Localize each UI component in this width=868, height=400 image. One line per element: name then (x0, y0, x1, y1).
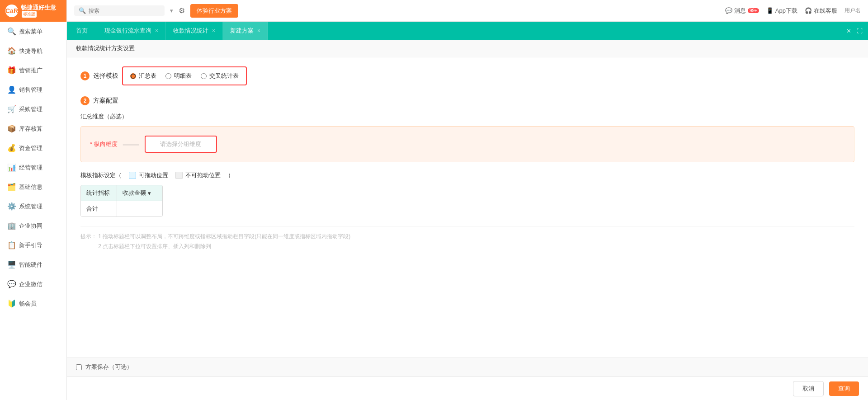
sidebar-item-label: 企业协同 (19, 222, 42, 230)
sidebar-item-operation[interactable]: 📊 经营管理 (0, 158, 66, 177)
sidebar-item-label: 销售管理 (19, 86, 42, 94)
search-icon: 🔍 (7, 27, 15, 36)
tabbar: 首页 现金银行流水查询 × 收款情况统计 × 新建方案 × ✕ ⛶ (67, 22, 868, 40)
radio-detail[interactable] (165, 73, 171, 79)
dimension-title: 汇总维度（必选） (80, 113, 854, 121)
tab-new-plan[interactable]: 新建方案 × (223, 22, 268, 40)
service-item[interactable]: 🎧 在线客服 (805, 7, 837, 15)
template-options-box: 汇总表 明细表 交叉统计表 (122, 66, 247, 85)
app-name: 畅捷通好生意 (21, 4, 56, 11)
step2-header: 2 方案配置 (80, 96, 854, 105)
page-title: 收款情况统计方案设置 (76, 45, 135, 52)
sidebar-item-marketing[interactable]: 🎁 营销推广 (0, 61, 66, 80)
sidebar-item-hardware[interactable]: 🖥️ 智能硬件 (0, 255, 66, 274)
search-icon: 🔍 (79, 7, 86, 14)
box-icon: 📦 (7, 124, 15, 133)
metrics-table-row-data: 合计 (81, 201, 162, 216)
option-cross[interactable]: 交叉统计表 (201, 72, 239, 80)
draggable-label: 可拖动位置 (139, 171, 168, 179)
option-summary[interactable]: 汇总表 (130, 72, 156, 80)
tab-home-label: 首页 (76, 27, 88, 35)
sidebar-item-inventory[interactable]: 📦 库存核算 (0, 119, 66, 138)
service-label: 在线客服 (814, 7, 837, 15)
draggable-box (129, 172, 136, 179)
non-draggable-label: 不可拖动位置 (185, 171, 221, 179)
user-label: 用户名 (844, 7, 861, 14)
sidebar-item-label: 企业微信 (19, 280, 42, 288)
tab-bank-flow[interactable]: 现金银行流水查询 × (97, 22, 166, 40)
tab-receipt-stats[interactable]: 收款情况统计 × (166, 22, 223, 40)
member-icon: 🔰 (7, 299, 15, 308)
notification-item[interactable]: 💬 消息 99+ (725, 7, 759, 15)
cancel-button[interactable]: 取消 (793, 381, 824, 396)
sidebar-item-label: 库存核算 (19, 125, 42, 133)
search-bar[interactable]: 🔍 (74, 5, 165, 16)
tab-receipt-stats-close[interactable]: × (212, 28, 215, 34)
sidebar-item-wechat[interactable]: 💬 企业微信 (0, 274, 66, 294)
tab-bank-flow-close[interactable]: × (155, 28, 158, 34)
sidebar-item-quick-nav[interactable]: 🏠 快捷导航 (0, 41, 66, 61)
sidebar-item-finance[interactable]: 💰 资金管理 (0, 138, 66, 158)
sidebar-item-member[interactable]: 🔰 畅会员 (0, 294, 66, 313)
dimension-arrow: —— (123, 140, 139, 149)
save-checkbox[interactable] (76, 364, 82, 370)
col-dropdown-icon[interactable]: ▾ (148, 190, 151, 197)
option-detail[interactable]: 明细表 (165, 72, 192, 80)
service-icon: 🎧 (805, 7, 812, 14)
footer-bar: 取消 查询 (67, 376, 868, 400)
sidebar-item-label: 基础信息 (19, 183, 42, 191)
content-area: 收款情况统计方案设置 1 选择模板 汇总表 明细表 (67, 40, 868, 376)
chart-icon: 📊 (7, 163, 15, 172)
page-header: 收款情况统计方案设置 (67, 40, 868, 57)
non-draggable-box (175, 172, 183, 179)
dimension-row: 纵向维度 —— 请选择分组维度 (90, 136, 845, 153)
tab-home[interactable]: 首页 (67, 22, 97, 40)
gear-icon[interactable]: ⚙ (179, 6, 185, 15)
message-icon: 💬 (725, 7, 732, 14)
stats-header-cell: 统计指标 (81, 185, 117, 201)
sidebar-item-label: 新手引导 (19, 241, 42, 249)
folder-icon: 🗂️ (7, 183, 15, 191)
radio-cross[interactable] (201, 73, 207, 79)
building-icon: 🏢 (7, 221, 15, 230)
hint-1: 提示： 1.拖动标题栏可以调整布局，不可跨维度或指标区域拖动栏目字段(只能在同一… (80, 232, 854, 242)
hardware-icon: 🖥️ (7, 260, 15, 269)
sidebar-item-label: 快捷导航 (19, 47, 42, 55)
radio-summary[interactable] (130, 73, 136, 79)
query-button[interactable]: 查询 (829, 381, 859, 396)
sidebar-item-purchase[interactable]: 🛒 采购管理 (0, 99, 66, 119)
sidebar-logo: CaR 畅捷通好生意 标准版 (0, 0, 66, 22)
dimension-selector[interactable]: 请选择分组维度 (145, 136, 217, 153)
sidebar-item-label: 资金管理 (19, 144, 42, 152)
tabbar-expand-icon[interactable]: ⛶ (857, 28, 863, 34)
app-badge: 标准版 (22, 11, 37, 18)
topbar: 🔍 ▾ ⚙ 体验行业方案 💬 消息 99+ 📱 App下载 🎧 在线客服 用户名 (67, 0, 868, 22)
dimension-config: 汇总维度（必选） 纵向维度 —— 请选择分组维度 (80, 113, 854, 162)
col-header-cell[interactable]: 收款金额 ▾ (117, 185, 162, 201)
data-cell (117, 201, 162, 216)
row-label-cell: 合计 (81, 201, 117, 216)
industry-btn[interactable]: 体验行业方案 (190, 4, 238, 18)
download-item[interactable]: 📱 App下载 (766, 7, 797, 15)
sidebar-nav: 🔍 搜索菜单 🏠 快捷导航 🎁 营销推广 👤 销售管理 🛒 采购管理 📦 库存核… (0, 22, 66, 400)
tabbar-close-icon[interactable]: ✕ (846, 28, 851, 34)
sidebar-item-sales[interactable]: 👤 销售管理 (0, 80, 66, 99)
cart-icon: 🛒 (7, 105, 15, 113)
sidebar-item-search[interactable]: 🔍 搜索菜单 (0, 22, 66, 41)
sidebar-item-label: 营销推广 (19, 66, 42, 75)
sidebar-item-enterprise[interactable]: 🏢 企业协同 (0, 216, 66, 235)
save-option: 方案保存（可选） (67, 357, 868, 376)
sidebar-item-basic[interactable]: 🗂️ 基础信息 (0, 177, 66, 197)
topbar-right: 💬 消息 99+ 📱 App下载 🎧 在线客服 用户名 (725, 7, 861, 15)
sidebar-item-guide[interactable]: 📋 新手引导 (0, 235, 66, 255)
tab-new-plan-close[interactable]: × (257, 28, 260, 34)
search-input[interactable] (89, 8, 152, 14)
hint-section: 提示： 1.拖动标题栏可以调整布局，不可跨维度或指标区域拖动栏目字段(只能在同一… (80, 226, 854, 257)
save-label: 方案保存（可选） (85, 363, 132, 371)
option-cross-label: 交叉统计表 (209, 72, 239, 80)
search-dropdown-icon[interactable]: ▾ (170, 7, 173, 14)
draggable-legend: 可拖动位置 (129, 171, 168, 179)
sidebar-item-system[interactable]: ⚙️ 系统管理 (0, 197, 66, 216)
settings-icon: ⚙️ (7, 202, 15, 211)
money-icon: 💰 (7, 144, 15, 152)
